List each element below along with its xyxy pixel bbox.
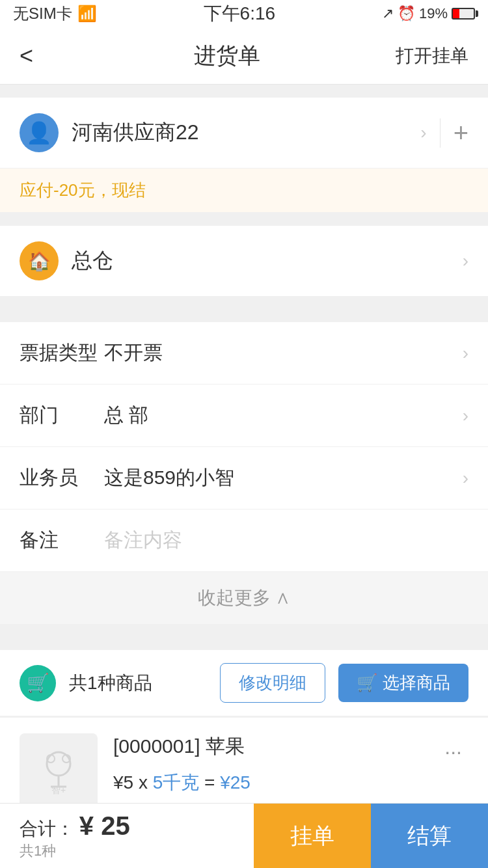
- svg-point-0: [47, 752, 70, 776]
- collapse-label: 收起更多 ∧: [198, 586, 291, 610]
- page-title: 进货单: [194, 41, 260, 71]
- battery-percent: 19%: [419, 5, 448, 22]
- remark-input[interactable]: 备注内容: [98, 527, 468, 554]
- section-gap-1: [0, 85, 488, 98]
- sales-row[interactable]: 业务员 这是859的小智 ›: [0, 447, 488, 509]
- dept-label: 部门: [20, 402, 98, 429]
- supplier-name: 河南供应商22: [72, 118, 420, 147]
- total-count: 共1种: [20, 841, 234, 861]
- hang-button[interactable]: 挂单: [254, 804, 371, 869]
- checkout-button[interactable]: 结算: [371, 804, 488, 869]
- total-label: 合计：: [20, 819, 74, 839]
- select-icon: 🛒: [357, 673, 377, 693]
- total-amount: ¥ 25: [79, 811, 130, 840]
- back-button[interactable]: <: [20, 42, 59, 70]
- products-count: 共1种商品: [69, 671, 207, 696]
- status-bar: 无SIM卡 📶 下午6:16 ↗ ⏰ 19%: [0, 0, 488, 27]
- dept-row[interactable]: 部门 总 部 ›: [0, 385, 488, 447]
- warehouse-icon-wrap: 🏠: [20, 241, 59, 280]
- section-gap-3: [0, 309, 488, 322]
- select-product-button[interactable]: 🛒 选择商品: [338, 664, 468, 702]
- cart-icon: 🛒: [27, 672, 49, 694]
- nav-bar: < 进货单 打开挂单: [0, 27, 488, 85]
- edit-details-button[interactable]: 修改明细: [220, 663, 325, 703]
- select-label: 选择商品: [383, 671, 450, 694]
- supplier-row[interactable]: 👤 河南供应商22 › +: [0, 98, 488, 169]
- warehouse-section: 🏠 总仓 ›: [0, 225, 488, 296]
- location-icon: ↗: [382, 5, 394, 22]
- person-icon: 👤: [26, 120, 52, 145]
- avatar: 👤: [20, 113, 59, 152]
- warehouse-name: 总仓: [72, 247, 463, 275]
- bottom-bar: 合计： ¥ 25 共1种 挂单 结算: [0, 803, 488, 868]
- invoice-label: 票据类型: [20, 340, 98, 366]
- status-left: 无SIM卡 📶: [13, 3, 97, 24]
- warehouse-row[interactable]: 🏠 总仓 ›: [0, 225, 488, 296]
- sales-value: 这是859的小智: [98, 465, 463, 491]
- chevron-right-icon: ›: [420, 122, 426, 143]
- wifi-icon: 📶: [77, 5, 97, 23]
- battery-icon: [452, 8, 475, 20]
- section-gap-4: [0, 624, 488, 637]
- collapse-button[interactable]: 收起更多 ∧: [0, 572, 488, 624]
- total-section: 合计： ¥ 25 共1种: [0, 811, 254, 861]
- supplier-section: 👤 河南供应商22 › + 应付-20元，现结: [0, 98, 488, 212]
- section-gap-2: [0, 212, 488, 225]
- remark-row[interactable]: 备注 备注内容: [0, 509, 488, 572]
- remark-label: 备注: [20, 527, 98, 554]
- payment-notice: 应付-20元，现结: [0, 169, 488, 212]
- sales-label: 业务员: [20, 465, 98, 491]
- products-icon-wrap: 🛒: [20, 665, 56, 701]
- product-price: ¥5 x 5千克 = ¥25: [113, 770, 438, 795]
- dept-value: 总 部: [98, 402, 463, 429]
- products-header: 🛒 共1种商品 修改明细 🛒 选择商品: [0, 650, 488, 716]
- product-thumb-icon: 智+: [33, 744, 85, 801]
- chevron-right-icon: ›: [463, 405, 468, 426]
- invoice-value: 不开票: [98, 340, 463, 366]
- product-more-button[interactable]: ···: [438, 733, 468, 770]
- product-info: [0000001] 苹果 ¥5 x 5千克 = ¥25: [113, 733, 438, 795]
- time-label: 下午6:16: [204, 1, 276, 26]
- form-section: 票据类型 不开票 › 部门 总 部 › 业务员 这是859的小智 › 备注 备注…: [0, 309, 488, 572]
- chevron-right-icon: ›: [463, 251, 468, 271]
- invoice-row[interactable]: 票据类型 不开票 ›: [0, 322, 488, 385]
- product-thumbnail: 智+: [20, 733, 98, 811]
- svg-text:智+: 智+: [51, 785, 66, 795]
- open-pending-button[interactable]: 打开挂单: [396, 44, 468, 68]
- total-row: 合计： ¥ 25: [20, 811, 234, 841]
- chevron-right-icon: ›: [463, 343, 468, 364]
- product-name: [0000001] 苹果: [113, 733, 438, 760]
- add-icon[interactable]: +: [440, 118, 468, 148]
- warehouse-icon: 🏠: [28, 251, 51, 272]
- carrier-label: 无SIM卡: [13, 3, 72, 24]
- status-right: ↗ ⏰ 19%: [382, 5, 475, 22]
- chevron-right-icon: ›: [463, 468, 468, 489]
- alarm-icon: ⏰: [398, 5, 415, 22]
